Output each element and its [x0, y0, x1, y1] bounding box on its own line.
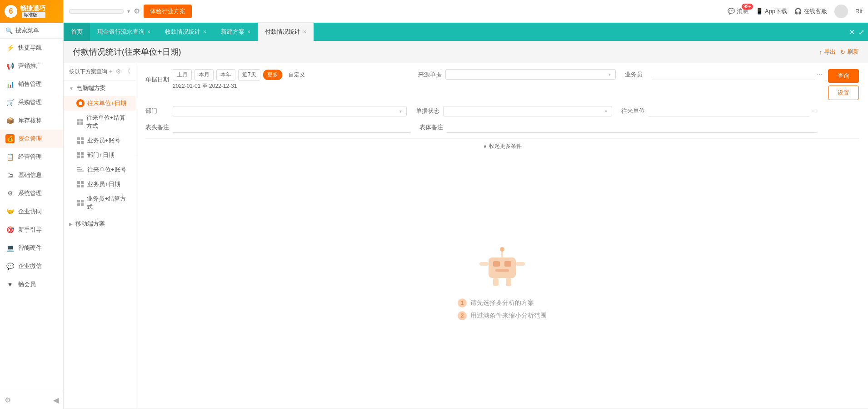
- tab-payment-stat-close[interactable]: ×: [303, 29, 306, 35]
- date-btn-this-year[interactable]: 本年: [216, 69, 235, 81]
- topbar-msg-btn[interactable]: 💬 消息 99+: [728, 7, 748, 15]
- date-btn-more[interactable]: 更多: [263, 70, 282, 80]
- svg-rect-14: [77, 167, 80, 168]
- filter-col-unit: 往来单位 ···: [612, 106, 817, 116]
- scheme-item-unit-date-label: 往来单位+日期: [87, 99, 126, 107]
- sidebar-item-system[interactable]: ⚙ 系统管理: [0, 184, 63, 202]
- scheme-collapse-icon[interactable]: 《: [124, 67, 130, 76]
- sidebar-search[interactable]: 🔍 搜索菜单: [0, 23, 63, 39]
- purchase-icon: 🛒: [5, 98, 15, 107]
- tab-receipt[interactable]: 收款情况统计 ×: [158, 23, 214, 41]
- date-btn-this-month[interactable]: 本月: [195, 69, 214, 81]
- sidebar-item-purchase[interactable]: 🛒 采购管理: [0, 93, 63, 111]
- sidebar-item-capital[interactable]: 💰 资金管理: [0, 130, 63, 148]
- scheme-item-unit-date[interactable]: 往来单位+日期: [64, 96, 136, 111]
- export-btn[interactable]: ↑ 导出: [819, 48, 836, 56]
- staff-dots-icon[interactable]: ···: [817, 71, 823, 79]
- topbar-gear-icon[interactable]: ⚙: [134, 7, 140, 15]
- newbie-icon: 🎯: [5, 225, 15, 234]
- sidebar-header: 6 畅捷通巧 标准版: [0, 0, 63, 23]
- date-btn-7days[interactable]: 近7天: [238, 69, 260, 81]
- svg-rect-11: [81, 156, 84, 158]
- settings-btn[interactable]: 设置: [828, 86, 859, 100]
- sidebar-item-enterprise[interactable]: 🤝 企业协同: [0, 202, 63, 221]
- tab-payment-stat[interactable]: 付款情况统计 ×: [258, 23, 314, 41]
- sidebar-item-label: 新手引导: [18, 226, 42, 234]
- page-content: 付款情况统计(往来单位+日期) ↑ 导出 ↻ 刷新 按以下方案查询 +: [64, 41, 868, 409]
- main-area: ▾ ⚙ 体验行业方案 💬 消息 99+ 📱 App下载 🎧 在线客服 Rit 首…: [64, 0, 868, 409]
- scheme-item-staff-account-icon: [76, 136, 85, 145]
- sidebar-footer-collapse-icon[interactable]: ◀: [53, 396, 59, 404]
- scheme-add-icon[interactable]: +: [109, 68, 113, 75]
- tab-home[interactable]: 首页: [64, 23, 90, 41]
- sidebar-item-label: 销售管理: [18, 80, 42, 88]
- tip-1-text: 请先选择要分析的方案: [470, 299, 534, 307]
- tab-bank[interactable]: 现金银行流水查询 ×: [90, 23, 158, 41]
- sidebar-item-newbie[interactable]: 🎯 新手引导: [0, 221, 63, 239]
- date-btn-last-month[interactable]: 上月: [173, 69, 192, 81]
- svg-rect-21: [77, 203, 80, 206]
- dept-label: 部门: [145, 107, 173, 115]
- scheme-item-unit-payment[interactable]: 往来单位+结算方式: [64, 111, 136, 133]
- sidebar-item-hardware[interactable]: 💻 智能硬件: [0, 239, 63, 257]
- topbar-avatar[interactable]: [834, 5, 848, 18]
- scheme-group-header-mobile[interactable]: ▶ 移动端方案: [64, 216, 136, 232]
- scheme-item-staff-account[interactable]: 业务员+账号: [64, 133, 136, 148]
- status-dropdown[interactable]: ▾: [443, 106, 612, 116]
- topbar-service-btn[interactable]: 🎧 在线客服: [794, 7, 827, 15]
- staff-input[interactable]: [652, 69, 815, 80]
- trial-btn[interactable]: 体验行业方案: [144, 5, 192, 18]
- sales-icon: 📊: [5, 80, 15, 89]
- scheme-item-unit-account[interactable]: 往来单位+账号: [64, 162, 136, 177]
- source-dropdown[interactable]: ▾: [445, 69, 616, 80]
- sidebar-item-label: 采购管理: [18, 98, 42, 106]
- topbar-dropdown-arrow[interactable]: ▾: [127, 8, 130, 15]
- sidebar-item-basic-info[interactable]: 🗂 基础信息: [0, 166, 63, 184]
- mobile-group-label: 移动端方案: [75, 220, 105, 228]
- tab-receipt-label: 收款情况统计: [165, 28, 200, 36]
- tab-payment-stat-label: 付款情况统计: [265, 28, 300, 36]
- tab-bank-close[interactable]: ×: [147, 29, 150, 35]
- dept-dropdown[interactable]: ▾: [173, 106, 407, 116]
- svg-rect-3: [80, 122, 83, 125]
- sidebar-item-sales[interactable]: 📊 销售管理: [0, 75, 63, 93]
- note-body-input[interactable]: [447, 122, 817, 133]
- msg-icon: 💬: [728, 8, 735, 15]
- tab-receipt-close[interactable]: ×: [203, 29, 206, 35]
- tab-new-scheme-close[interactable]: ×: [247, 29, 250, 35]
- unit-dots-icon[interactable]: ···: [811, 107, 817, 115]
- sidebar-item-marketing[interactable]: 📢 营销推广: [0, 57, 63, 75]
- sidebar-item-operation[interactable]: 📋 经营管理: [0, 148, 63, 166]
- tab-close-all-icon[interactable]: ✕: [849, 28, 855, 36]
- staff-label: 业务员: [625, 71, 652, 79]
- scheme-group-header-desktop[interactable]: ▼ 电脑端方案: [64, 81, 136, 96]
- empty-tips: 1 请先选择要分析的方案 2 用过滤条件来缩小分析范围: [458, 298, 547, 320]
- svg-rect-25: [504, 261, 511, 267]
- sidebar-item-quick-nav[interactable]: ⚡ 快捷导航: [0, 39, 63, 57]
- scheme-item-unit-payment-icon: [76, 118, 84, 126]
- scheme-item-staff-payment[interactable]: 业务员+结算方式: [64, 192, 136, 214]
- scheme-item-staff-date-label: 业务员+日期: [87, 180, 120, 188]
- unit-input[interactable]: [649, 106, 809, 116]
- topbar-app-btn[interactable]: 📱 App下载: [756, 7, 787, 15]
- sidebar-item-inventory[interactable]: 📦 库存核算: [0, 111, 63, 130]
- tab-new-scheme-label: 新建方案: [221, 28, 244, 36]
- scheme-settings-icon[interactable]: ⚙: [115, 68, 121, 75]
- refresh-btn[interactable]: ↻ 刷新: [840, 48, 859, 56]
- date-btn-custom[interactable]: 自定义: [285, 70, 309, 80]
- sidebar-item-member[interactable]: ♥ 畅会员: [0, 275, 63, 293]
- sidebar-footer-settings-icon[interactable]: ⚙: [5, 396, 11, 404]
- sidebar-item-wechat[interactable]: 💬 企业微信: [0, 257, 63, 275]
- page-actions: ↑ 导出 ↻ 刷新: [819, 48, 859, 56]
- query-btn[interactable]: 查询: [828, 69, 859, 83]
- scheme-item-dept-date[interactable]: 部门+日期: [64, 148, 136, 162]
- tab-new-scheme[interactable]: 新建方案 ×: [214, 23, 258, 41]
- topbar-right: 💬 消息 99+ 📱 App下载 🎧 在线客服 Rit: [728, 5, 863, 18]
- scheme-item-staff-date[interactable]: 业务员+日期: [64, 177, 136, 192]
- collapse-btn[interactable]: ∧ 收起更多条件: [145, 138, 859, 154]
- topbar-user-display[interactable]: [69, 9, 124, 14]
- filter-col-date: 单据日期 上月 本月 本年 近7天 更多 自定义 20: [145, 69, 409, 90]
- tab-expand-icon[interactable]: ⤢: [858, 28, 864, 36]
- note-head-input[interactable]: [173, 122, 410, 133]
- svg-rect-6: [77, 141, 80, 144]
